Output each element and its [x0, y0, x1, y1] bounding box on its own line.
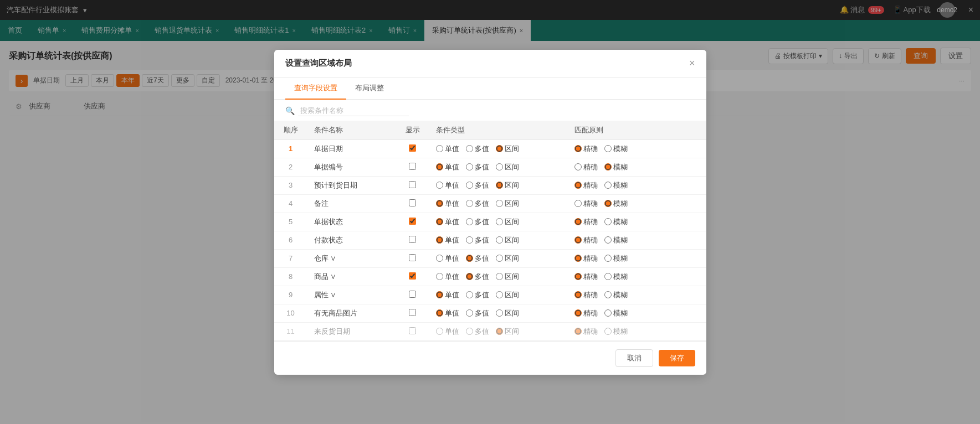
row-name: 单据日期: [307, 139, 396, 158]
modal-tab-query-fields[interactable]: 查询字段设置: [285, 77, 346, 100]
match-radio-exact[interactable]: 精确: [574, 217, 598, 227]
type-radio-single[interactable]: 单值: [436, 180, 459, 190]
row-display[interactable]: [396, 267, 429, 286]
type-radio-range[interactable]: 区间: [496, 272, 519, 282]
table-row: 1单据日期单值多值区间精确模糊: [274, 139, 706, 158]
match-radio-fuzzy[interactable]: 模糊: [604, 290, 628, 300]
match-radio-fuzzy[interactable]: 模糊: [604, 235, 628, 245]
row-display[interactable]: [396, 286, 429, 304]
type-radio-range[interactable]: 区间: [496, 217, 519, 227]
type-radio-range[interactable]: 区间: [496, 235, 519, 245]
table-row: 9属性 ∨单值多值区间精确模糊: [274, 286, 706, 304]
type-radio-multi[interactable]: 多值: [466, 290, 489, 300]
type-radio-range[interactable]: 区间: [496, 254, 519, 263]
match-radio-exact[interactable]: 精确: [574, 162, 598, 172]
row-display[interactable]: [396, 194, 429, 213]
type-radio-multi[interactable]: 多值: [466, 217, 489, 227]
type-radio-multi[interactable]: 多值: [466, 254, 489, 263]
row-match: 精确模糊: [568, 158, 706, 176]
display-checkbox[interactable]: [409, 236, 416, 243]
type-radio-single[interactable]: 单值: [436, 199, 459, 209]
type-radio-single[interactable]: 单值: [436, 290, 459, 300]
display-checkbox[interactable]: [409, 144, 416, 152]
match-radio-fuzzy[interactable]: 模糊: [604, 217, 628, 227]
match-radio-fuzzy[interactable]: 模糊: [604, 327, 628, 337]
type-radio-single[interactable]: 单值: [436, 272, 459, 282]
row-display[interactable]: [396, 322, 429, 340]
modal-header: 设置查询区域布局 ×: [274, 50, 706, 77]
type-radio-multi[interactable]: 多值: [466, 235, 489, 245]
row-display[interactable]: [396, 158, 429, 176]
match-radio-fuzzy[interactable]: 模糊: [604, 254, 628, 263]
row-type: 单值多值区间: [429, 194, 568, 213]
match-radio-exact[interactable]: 精确: [574, 199, 598, 209]
row-match: 精确模糊: [568, 213, 706, 231]
save-button[interactable]: 保存: [659, 350, 695, 366]
row-order: 4: [274, 194, 307, 213]
match-radio-exact[interactable]: 精确: [574, 144, 598, 154]
type-radio-multi[interactable]: 多值: [466, 327, 489, 337]
display-checkbox[interactable]: [409, 181, 416, 188]
type-radio-multi[interactable]: 多值: [466, 144, 489, 154]
modal-close-button[interactable]: ×: [689, 58, 695, 69]
display-checkbox[interactable]: [409, 309, 416, 316]
type-radio-range[interactable]: 区间: [496, 308, 519, 318]
search-input[interactable]: [298, 105, 409, 116]
match-radio-exact[interactable]: 精确: [574, 327, 598, 337]
match-radio-fuzzy[interactable]: 模糊: [604, 162, 628, 172]
display-checkbox[interactable]: [409, 291, 416, 298]
type-radio-single[interactable]: 单值: [436, 308, 459, 318]
type-radio-single[interactable]: 单值: [436, 327, 459, 337]
match-radio-fuzzy[interactable]: 模糊: [604, 272, 628, 282]
type-radio-range[interactable]: 区间: [496, 144, 519, 154]
modal-title: 设置查询区域布局: [285, 58, 352, 69]
type-radio-single[interactable]: 单值: [436, 235, 459, 245]
match-radio-exact[interactable]: 精确: [574, 272, 598, 282]
modal-search-area: 🔍: [274, 100, 706, 121]
type-radio-multi[interactable]: 多值: [466, 162, 489, 172]
row-match: 精确模糊: [568, 194, 706, 213]
row-display[interactable]: [396, 213, 429, 231]
type-radio-single[interactable]: 单值: [436, 144, 459, 154]
row-type: 单值多值区间: [429, 249, 568, 267]
match-radio-exact[interactable]: 精确: [574, 235, 598, 245]
type-radio-single[interactable]: 单值: [436, 217, 459, 227]
type-radio-range[interactable]: 区间: [496, 199, 519, 209]
type-radio-range[interactable]: 区间: [496, 327, 519, 337]
row-display[interactable]: [396, 249, 429, 267]
type-radio-range[interactable]: 区间: [496, 162, 519, 172]
display-checkbox[interactable]: [409, 163, 416, 170]
match-radio-fuzzy[interactable]: 模糊: [604, 144, 628, 154]
display-checkbox[interactable]: [409, 218, 416, 225]
search-icon: 🔍: [285, 106, 295, 115]
match-radio-exact[interactable]: 精确: [574, 290, 598, 300]
match-radio-fuzzy[interactable]: 模糊: [604, 199, 628, 209]
display-checkbox[interactable]: [409, 327, 416, 334]
row-display[interactable]: [396, 139, 429, 158]
type-radio-single[interactable]: 单值: [436, 254, 459, 263]
modal-table: 顺序 条件名称 显示 条件类型 匹配原则 1单据日期单值多值区间精确模糊2单据编…: [274, 121, 706, 341]
row-match: 精确模糊: [568, 322, 706, 340]
type-radio-multi[interactable]: 多值: [466, 272, 489, 282]
col-type: 条件类型: [429, 121, 568, 140]
type-radio-multi[interactable]: 多值: [466, 308, 489, 318]
modal-tab-layout[interactable]: 布局调整: [346, 77, 393, 100]
row-display[interactable]: [396, 304, 429, 322]
display-checkbox[interactable]: [409, 272, 416, 280]
match-radio-fuzzy[interactable]: 模糊: [604, 308, 628, 318]
match-radio-exact[interactable]: 精确: [574, 180, 598, 190]
type-radio-multi[interactable]: 多值: [466, 180, 489, 190]
match-radio-exact[interactable]: 精确: [574, 308, 598, 318]
row-name: 有无商品图片: [307, 304, 396, 322]
match-radio-fuzzy[interactable]: 模糊: [604, 180, 628, 190]
type-radio-single[interactable]: 单值: [436, 162, 459, 172]
row-display[interactable]: [396, 231, 429, 249]
type-radio-range[interactable]: 区间: [496, 290, 519, 300]
type-radio-range[interactable]: 区间: [496, 180, 519, 190]
match-radio-exact[interactable]: 精确: [574, 254, 598, 263]
row-display[interactable]: [396, 176, 429, 194]
display-checkbox[interactable]: [409, 254, 416, 261]
display-checkbox[interactable]: [409, 199, 416, 206]
type-radio-multi[interactable]: 多值: [466, 199, 489, 209]
cancel-button[interactable]: 取消: [615, 349, 653, 367]
